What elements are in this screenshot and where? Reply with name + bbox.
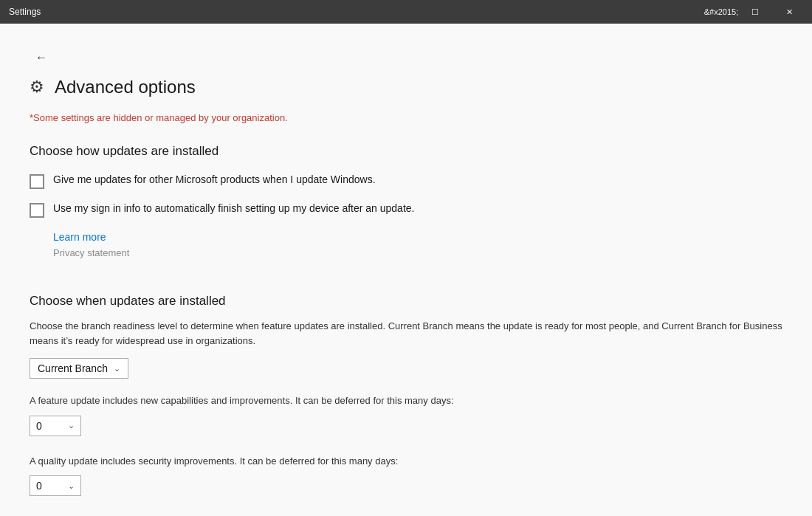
branch-dropdown-value: Current Branch [38,362,108,374]
section2-description: Choose the branch readiness level to det… [30,319,782,348]
section2-heading: Choose when updates are installed [30,294,782,309]
quality-update-arrow: ⌄ [68,481,75,491]
feature-update-value: 0 [36,420,42,432]
title-bar: Settings &#x2015; ☐ ✕ [0,0,812,24]
title-bar-title: Settings [9,7,41,17]
title-bar-left: Settings [9,7,41,17]
feature-update-section: A feature update includes new capabiliti… [30,393,782,436]
title-bar-controls: &#x2015; ☐ ✕ [704,0,806,24]
branch-dropdown-container: Current Branch ⌄ [30,358,782,379]
branch-dropdown-arrow: ⌄ [114,364,120,374]
gear-icon: ⚙ [30,78,44,97]
checkbox2-label: Use my sign in info to automatically fin… [53,202,414,214]
back-button[interactable]: ← [30,46,53,69]
quality-update-dropdown[interactable]: 0 ⌄ [30,475,81,496]
close-button[interactable]: ✕ [772,0,806,24]
quality-update-section: A quality update includes security impro… [30,454,782,497]
checkbox2[interactable] [30,203,44,218]
main-area: ← ⚙ Advanced options *Some settings are … [0,24,812,516]
page-header: ⚙ Advanced options [30,77,782,97]
feature-update-arrow: ⌄ [68,421,75,430]
quality-update-value: 0 [36,480,42,492]
branch-dropdown[interactable]: Current Branch ⌄ [30,358,128,379]
maximize-button[interactable]: ☐ [738,0,772,24]
checkbox1-label: Give me updates for other Microsoft prod… [53,173,376,185]
feature-update-dropdown[interactable]: 0 ⌄ [30,416,81,436]
checkbox1[interactable] [30,174,44,189]
section1-heading: Choose how updates are installed [30,144,782,159]
org-warning: *Some settings are hidden or managed by … [30,112,782,123]
privacy-statement-link[interactable]: Privacy statement [53,247,782,258]
checkbox1-row: Give me updates for other Microsoft prod… [30,173,782,189]
checkbox2-row: Use my sign in info to automatically fin… [30,202,782,218]
minimize-button[interactable]: &#x2015; [704,0,738,24]
content-area: ← ⚙ Advanced options *Some settings are … [0,24,812,516]
feature-update-label: A feature update includes new capabiliti… [30,393,782,408]
learn-more-link[interactable]: Learn more [53,231,782,243]
quality-update-label: A quality update includes security impro… [30,454,782,469]
page-title: Advanced options [55,77,196,97]
